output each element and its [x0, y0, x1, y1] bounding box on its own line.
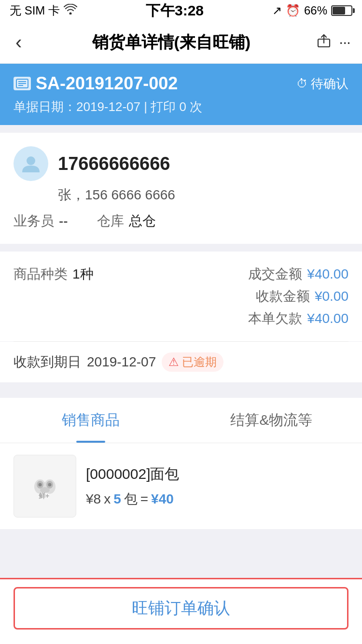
status-text: 待确认	[311, 75, 348, 92]
order-number: SA-20191207-002	[14, 73, 178, 94]
product-item: 鲜+ [0000002]面包 ¥8 x 5 包 = ¥40	[0, 443, 362, 529]
due-amount-row: 本单欠款 ¥40.00	[248, 309, 348, 328]
nav-bar: ‹ 销货单详情(来自旺铺) ···	[0, 21, 362, 64]
product-thumbnail: 鲜+	[14, 455, 76, 518]
product-name: [0000002]面包	[86, 464, 348, 484]
carrier-text: 无 SIM 卡	[10, 3, 60, 18]
back-button[interactable]: ‹	[12, 28, 26, 57]
wifi-icon	[64, 4, 77, 17]
price-equals: =	[140, 491, 148, 507]
order-header: SA-20191207-002 ⏱ 待确认 单据日期：2019-12-07 | …	[0, 64, 362, 125]
share-button[interactable]	[317, 33, 331, 52]
overdue-text: 已逾期	[182, 354, 217, 370]
deal-amount-label: 成交金额	[248, 265, 302, 283]
product-unit: 包	[124, 490, 138, 508]
divider-1	[0, 244, 362, 252]
battery-icon	[331, 5, 352, 16]
confirm-order-button[interactable]: 旺铺订单确认	[14, 587, 348, 630]
summary-left: 商品种类 1种	[14, 265, 94, 283]
received-amount-label: 收款金额	[256, 287, 310, 306]
product-type-item: 商品种类 1种	[14, 265, 94, 283]
time-display: 下午3:28	[146, 1, 204, 21]
avatar	[14, 146, 48, 181]
customer-name: 张，156 6666 6666	[14, 186, 348, 204]
order-status: ⏱ 待确认	[296, 75, 348, 92]
due-amount-value: ¥40.00	[307, 311, 348, 326]
product-thumb-inner: 鲜+	[26, 472, 64, 501]
tab-sales-products-label: 销售商品	[62, 412, 120, 428]
received-amount-value: ¥0.00	[315, 289, 348, 304]
customer-info-card: 17666666666 张，156 6666 6666 业务员 -- 仓库 总仓	[0, 133, 362, 244]
location-icon: ↗	[272, 4, 282, 17]
svg-point-12	[48, 483, 52, 486]
status-bar: 无 SIM 卡 下午3:28 ↗ ⏰ 66%	[0, 0, 362, 21]
price-multiply: x	[104, 491, 111, 507]
svg-point-11	[39, 483, 42, 486]
product-quantity: 5	[113, 491, 121, 507]
salesperson-value: --	[59, 213, 68, 229]
received-amount-row: 收款金额 ¥0.00	[256, 287, 348, 306]
nav-actions: ···	[317, 33, 350, 52]
battery-percentage: 66%	[304, 4, 327, 17]
customer-row: 17666666666	[14, 146, 348, 181]
order-header-top: SA-20191207-002 ⏱ 待确认	[14, 73, 348, 94]
svg-text:鲜+: 鲜+	[38, 492, 49, 500]
tabs-container: 销售商品 结算&物流等	[0, 398, 362, 443]
deal-amount-value: ¥40.00	[307, 266, 348, 282]
customer-phone: 17666666666	[58, 154, 170, 174]
warehouse-label: 仓库	[97, 212, 124, 230]
status-left: 无 SIM 卡	[10, 3, 77, 18]
svg-point-0	[70, 13, 72, 15]
summary-right: 成交金额 ¥40.00 收款金额 ¥0.00 本单欠款 ¥40.00	[248, 265, 348, 328]
product-type-label: 商品种类	[14, 265, 68, 283]
product-type-value: 1种	[72, 265, 94, 283]
order-icon	[14, 77, 31, 90]
more-button[interactable]: ···	[339, 33, 350, 51]
svg-point-6	[27, 156, 35, 165]
product-list: 鲜+ [0000002]面包 ¥8 x 5 包 = ¥40	[0, 443, 362, 529]
salesperson-label: 业务员	[14, 212, 54, 230]
warehouse-value: 总仓	[129, 212, 156, 230]
divider-2	[0, 382, 362, 390]
due-date-label: 收款到期日	[14, 353, 81, 371]
due-amount-label: 本单欠款	[248, 309, 302, 328]
confirm-button-wrap: 旺铺订单确认	[0, 578, 362, 644]
tab-settlement-label: 结算&物流等	[230, 412, 312, 428]
page-title: 销货单详情(来自旺铺)	[92, 31, 251, 54]
customer-meta: 业务员 -- 仓库 总仓	[14, 212, 348, 230]
product-total: ¥40	[151, 491, 174, 507]
warehouse-item: 仓库 总仓	[97, 212, 156, 230]
product-info: [0000002]面包 ¥8 x 5 包 = ¥40	[86, 464, 348, 508]
overdue-badge: ⚠ 已逾期	[162, 352, 223, 372]
due-date-value: 2019-12-07	[87, 354, 156, 370]
clock-icon: ⏱	[296, 77, 308, 90]
order-number-text: SA-20191207-002	[36, 73, 178, 94]
product-price-row: ¥8 x 5 包 = ¥40	[86, 490, 348, 508]
salesperson-item: 业务员 --	[14, 212, 68, 230]
tab-settlement[interactable]: 结算&物流等	[181, 398, 362, 443]
overdue-icon: ⚠	[168, 355, 179, 369]
due-date-row: 收款到期日 2019-12-07 ⚠ 已逾期	[0, 342, 362, 382]
deal-amount-row: 成交金额 ¥40.00	[248, 265, 348, 283]
order-date: 单据日期：2019-12-07 | 打印 0 次	[14, 98, 348, 115]
tab-sales-products[interactable]: 销售商品	[0, 398, 181, 443]
status-right: ↗ ⏰ 66%	[272, 4, 352, 17]
product-unit-price: ¥8	[86, 491, 101, 507]
alarm-icon: ⏰	[286, 4, 300, 17]
summary-card: 商品种类 1种 成交金额 ¥40.00 收款金额 ¥0.00 本单欠款 ¥40.…	[0, 252, 362, 341]
